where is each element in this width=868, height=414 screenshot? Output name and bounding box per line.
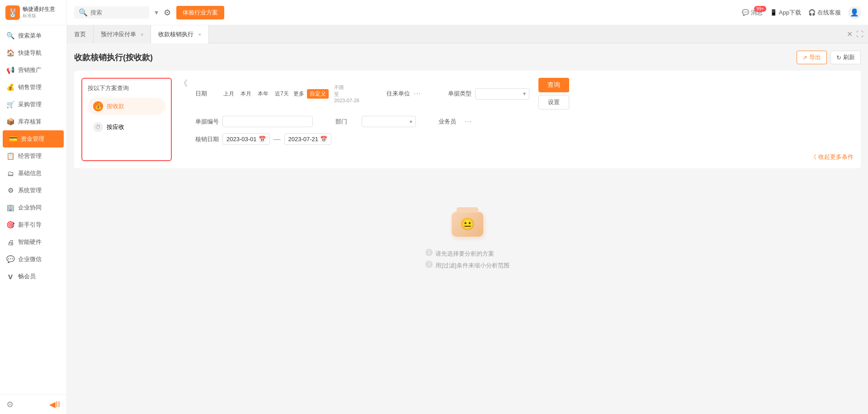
topbar-right: 💬 消息 99+ 📱 App下载 🎧 在线客服 👤 xyxy=(742,6,861,19)
phone-icon: 📱 xyxy=(770,9,777,16)
shortcut-more[interactable]: 更多 xyxy=(293,90,304,98)
sidebar-item-member[interactable]: V 畅会员 xyxy=(0,268,66,285)
settings-button[interactable]: 设置 xyxy=(538,95,569,109)
sidebar-item-inventory[interactable]: 📦 库存核算 xyxy=(0,113,66,130)
sidebar-item-quicknav[interactable]: 🏠 快捷导航 xyxy=(0,44,66,62)
filter-verify-date-field: 核销日期 2023-03-01 📅 — 2023-07-21 📅 xyxy=(195,133,331,145)
shortcut-7days[interactable]: 近7天 xyxy=(273,89,291,99)
topbar-search-wrap[interactable]: 🔍 xyxy=(74,6,149,19)
maximize-icon[interactable]: ⛶ xyxy=(856,30,863,38)
query-button[interactable]: 查询 xyxy=(538,78,569,92)
collapse-more-label: 收起更多条件 xyxy=(818,153,854,161)
shortcut-this-month[interactable]: 本月 xyxy=(239,89,253,99)
sidebar-item-label: 资金管理 xyxy=(21,135,44,143)
search-menu-icon: 🔍 xyxy=(6,32,14,40)
sidebar-item-guide[interactable]: 🎯 新手引导 xyxy=(0,216,66,233)
tab-prepay[interactable]: 预付冲应付单 × xyxy=(94,25,151,43)
close-tab-prepay-icon[interactable]: × xyxy=(141,32,143,37)
online-service-label: 在线客服 xyxy=(817,9,841,17)
industry-btn[interactable]: 体验行业方案 xyxy=(176,6,224,19)
staff-more-icon[interactable]: ··· xyxy=(465,118,472,126)
gear-icon[interactable]: ⚙ xyxy=(164,8,171,18)
calendar-start-icon[interactable]: 📅 xyxy=(259,136,266,143)
filter-date-field: 日期 上月 本月 本年 近7天 更多 自定义 不限 至 2023-07 xyxy=(195,84,359,103)
partner-label: 往来单位 xyxy=(387,90,410,98)
dept-select-wrap[interactable] xyxy=(362,116,416,127)
sidebar-item-system[interactable]: ⚙ 系统管理 xyxy=(0,182,66,199)
dept-label: 部门 xyxy=(335,118,358,126)
collapse-left-panel-btn[interactable]: 《 xyxy=(179,79,188,88)
operations-icon: 📋 xyxy=(6,152,14,160)
collapse-more-btn[interactable]: 《 收起更多条件 xyxy=(195,151,854,161)
filter-option-by-receipt[interactable]: 💰 按收款 xyxy=(88,98,165,115)
sidebar-item-purchase[interactable]: 🛒 采购管理 xyxy=(0,96,66,113)
dept-select[interactable] xyxy=(362,116,416,127)
calendar-end-icon[interactable]: 📅 xyxy=(320,136,327,143)
doctype-select-wrap[interactable] xyxy=(475,88,529,100)
docno-input[interactable] xyxy=(222,116,313,127)
verify-date-start-wrap[interactable]: 2023-03-01 📅 xyxy=(222,133,270,145)
main-area: 🔍 ▾ ⚙ 体验行业方案 💬 消息 99+ 📱 App下载 🎧 在线客服 👤 xyxy=(67,0,868,414)
sidebar-item-label: 快捷导航 xyxy=(18,49,42,57)
docno-label: 单据编号 xyxy=(195,118,219,126)
tab-receipt-label: 收款核销执行 xyxy=(158,30,193,38)
finance-icon: 💳 xyxy=(9,135,17,143)
sidebar-item-wechat[interactable]: 💬 企业微信 xyxy=(0,251,66,268)
shortcut-custom[interactable]: 自定义 xyxy=(307,89,329,99)
inventory-icon: 📦 xyxy=(6,118,14,126)
filter-partner-field: 往来单位 ··· xyxy=(387,90,421,98)
sidebar-item-label: 营销推广 xyxy=(18,66,42,74)
settings-icon[interactable]: ⚙ xyxy=(6,400,14,409)
tab-prepay-label: 预付冲应付单 xyxy=(101,30,136,38)
filter-option-by-receivable[interactable]: ⏱ 按应收 xyxy=(88,119,165,136)
filter-dept-field: 部门 xyxy=(335,116,416,127)
close-all-tabs-icon[interactable]: ✕ xyxy=(847,30,853,38)
close-tab-receipt-icon[interactable]: × xyxy=(198,32,201,37)
sidebar-item-collab[interactable]: 🏢 企业协同 xyxy=(0,199,66,216)
app-download-btn[interactable]: 📱 App下载 xyxy=(770,9,801,17)
sidebar-item-label: 企业微信 xyxy=(18,255,42,263)
app-logo: 🐰 畅捷通好生意 标准版 xyxy=(0,0,66,25)
date-label: 日期 xyxy=(195,90,218,98)
tab-home[interactable]: 首页 xyxy=(67,25,94,43)
collapse-sidebar-icon[interactable]: ◀II xyxy=(49,400,60,409)
export-button[interactable]: ↗ 导出 xyxy=(797,51,827,64)
shortcut-this-year[interactable]: 本年 xyxy=(256,89,270,99)
sidebar-item-search[interactable]: 🔍 搜索菜单 xyxy=(0,27,66,44)
doctype-select[interactable] xyxy=(475,88,529,100)
tab-receipt[interactable]: 收款核销执行 × xyxy=(151,25,208,43)
refresh-button[interactable]: ↻ 刷新 xyxy=(830,51,861,64)
content-area: 收款核销执行(按收款) ↗ 导出 ↻ 刷新 按以下方案查询 💰 按收款 xyxy=(67,43,868,414)
sidebar-item-label: 企业协同 xyxy=(18,204,42,212)
sidebar-item-operations[interactable]: 📋 经营管理 xyxy=(0,148,66,165)
basic-icon: 🗂 xyxy=(6,170,14,177)
hardware-icon: 🖨 xyxy=(6,238,14,246)
filter-docno-field: 单据编号 xyxy=(195,116,313,127)
search-input[interactable] xyxy=(90,9,145,16)
sidebar-item-sales[interactable]: 💰 销售管理 xyxy=(0,79,66,96)
page-header: 收款核销执行(按收款) ↗ 导出 ↻ 刷新 xyxy=(74,51,861,64)
sidebar-item-basic[interactable]: 🗂 基础信息 xyxy=(0,165,66,182)
sidebar-item-label: 库存核算 xyxy=(18,118,42,126)
shortcut-last-month[interactable]: 上月 xyxy=(222,89,236,99)
collapse-chevron-icon: 《 xyxy=(811,153,816,161)
user-avatar[interactable]: 👤 xyxy=(848,6,861,19)
empty-illustration: 😐 xyxy=(447,205,488,241)
partner-more-icon[interactable]: ··· xyxy=(414,90,421,98)
message-btn[interactable]: 💬 消息 99+ xyxy=(742,9,763,17)
dropdown-icon[interactable]: ▾ xyxy=(155,8,158,17)
verify-date-label: 核销日期 xyxy=(195,135,219,143)
empty-state: 😐 1 请先选择要分析的方案 2 用[过滤]条件来缩小分析范围 xyxy=(74,168,861,308)
sidebar-item-finance[interactable]: 💳 资金管理 xyxy=(3,130,64,148)
purchase-icon: 🛒 xyxy=(6,100,14,109)
sidebar-item-hardware[interactable]: 🖨 智能硬件 xyxy=(0,233,66,251)
filter-scheme-selector: 按以下方案查询 💰 按收款 ⏱ 按应收 xyxy=(81,78,172,161)
sidebar-item-marketing[interactable]: 📢 营销推广 xyxy=(0,62,66,79)
empty-tip-1: 1 请先选择要分析的方案 xyxy=(425,248,509,260)
online-service-btn[interactable]: 🎧 在线客服 xyxy=(808,9,841,17)
verify-date-end-wrap[interactable]: 2023-07-21 📅 xyxy=(284,133,332,145)
sidebar-item-label: 销售管理 xyxy=(18,83,42,91)
refresh-icon: ↻ xyxy=(836,54,841,61)
box-face-icon: 😐 xyxy=(460,217,475,231)
sidebar-item-label: 智能硬件 xyxy=(18,238,42,246)
